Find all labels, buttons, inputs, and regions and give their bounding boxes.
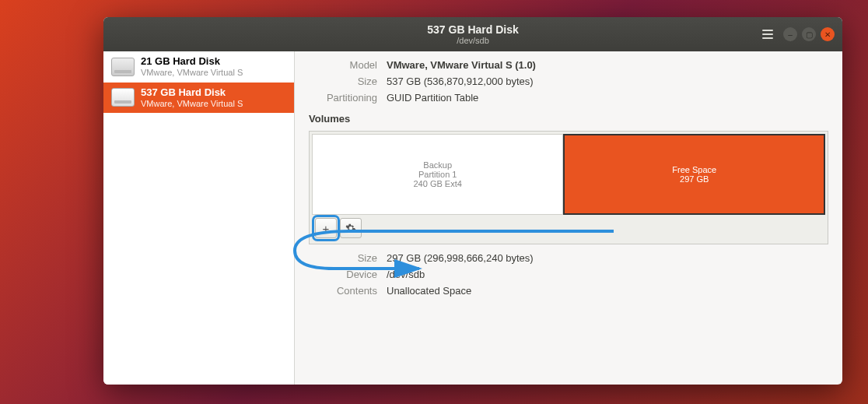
free-space-size: 297 GB: [680, 174, 709, 184]
volumes-row: Backup Partition 1 240 GB Ext4 Free Spac…: [312, 134, 825, 215]
close-button[interactable]: ✕: [821, 27, 835, 41]
titlebar: 537 GB Hard Disk /dev/sdb – ▢ ✕: [103, 17, 842, 51]
disk-info: Model VMware, VMware Virtual S (1.0) Siz…: [309, 59, 828, 104]
hard-disk-icon: [111, 58, 135, 76]
volumes-header: Volumes: [309, 113, 828, 125]
disk-item-21gb[interactable]: 21 GB Hard Disk VMware, VMware Virtual S: [103, 51, 294, 83]
partitioning-label: Partitioning: [309, 92, 377, 104]
disks-window: 537 GB Hard Disk /dev/sdb – ▢ ✕ 21 GB Ha…: [103, 17, 842, 385]
size-label: Size: [309, 76, 377, 87]
sel-contents-label: Contents: [309, 285, 377, 297]
disk-title: 21 GB Hard Disk: [141, 56, 243, 68]
selected-volume-info: Size 297 GB (296,998,666,240 bytes) Devi…: [309, 252, 828, 297]
disk-subtitle: VMware, VMware Virtual S: [141, 68, 243, 78]
maximize-button[interactable]: ▢: [802, 27, 816, 41]
volume-free-space[interactable]: Free Space 297 GB: [563, 134, 825, 215]
add-partition-button[interactable]: +: [315, 218, 337, 238]
volume-line3: 240 GB Ext4: [414, 179, 462, 188]
sel-device-value: /dev/sdb: [387, 269, 828, 280]
volume-name: Backup: [423, 160, 452, 170]
volume-partition-1[interactable]: Backup Partition 1 240 GB Ext4: [312, 134, 563, 215]
minimize-button[interactable]: –: [783, 27, 797, 41]
partitioning-value: GUID Partition Table: [387, 92, 828, 104]
window-title: 537 GB Hard Disk: [103, 23, 842, 36]
main-panel: Model VMware, VMware Virtual S (1.0) Siz…: [295, 51, 842, 385]
title-center: 537 GB Hard Disk /dev/sdb: [103, 23, 842, 45]
volumes-box: Backup Partition 1 240 GB Ext4 Free Spac…: [309, 131, 828, 244]
plus-icon: +: [323, 222, 330, 235]
hard-disk-icon: [111, 88, 135, 107]
sel-size-value: 297 GB (296,998,666,240 bytes): [387, 252, 828, 264]
disk-item-537gb[interactable]: 537 GB Hard Disk VMware, VMware Virtual …: [103, 83, 294, 114]
disk-subtitle: VMware, VMware Virtual S: [141, 99, 243, 109]
size-value: 537 GB (536,870,912,000 bytes): [387, 76, 828, 87]
sel-contents-value: Unallocated Space: [387, 285, 828, 297]
model-label: Model: [309, 59, 377, 71]
content: 21 GB Hard Disk VMware, VMware Virtual S…: [103, 51, 842, 385]
volume-toolbar: +: [312, 215, 825, 241]
disk-title: 537 GB Hard Disk: [141, 87, 243, 99]
menu-button[interactable]: [757, 25, 779, 44]
disk-sidebar: 21 GB Hard Disk VMware, VMware Virtual S…: [103, 51, 295, 385]
gear-icon: [345, 223, 356, 234]
window-subtitle: /dev/sdb: [103, 36, 842, 45]
model-value: VMware, VMware Virtual S (1.0): [387, 59, 828, 71]
free-space-label: Free Space: [672, 165, 716, 174]
sel-device-label: Device: [309, 269, 377, 280]
sel-size-label: Size: [309, 252, 377, 264]
volume-line2: Partition 1: [418, 170, 457, 179]
gear-button[interactable]: [340, 218, 362, 238]
